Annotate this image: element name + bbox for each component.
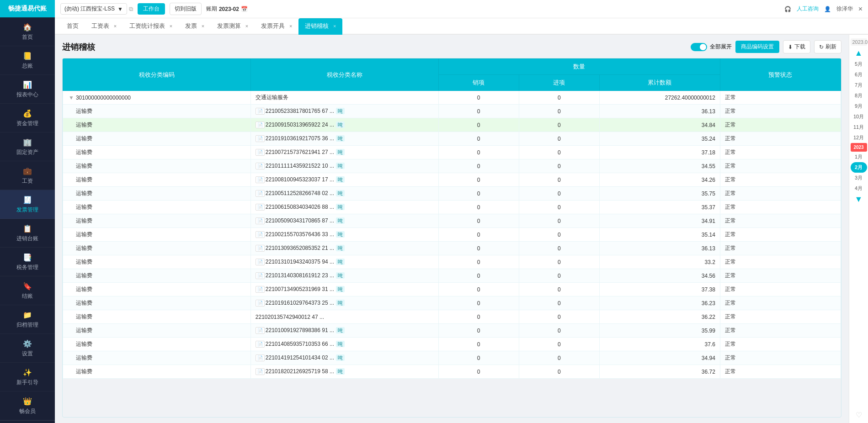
sidebar-item-member[interactable]: 👑 畅会员 bbox=[0, 391, 55, 420]
item-invoice: 📄221009150313965922 24 ...吨 bbox=[250, 118, 438, 132]
unit-badge: 吨 bbox=[336, 354, 345, 361]
month-item[interactable]: 12月 bbox=[851, 132, 867, 143]
table-row[interactable]: 运输费 📄221019161029764373 25 ...吨 0 0 36.2… bbox=[63, 296, 841, 310]
month-item[interactable]: 3月 bbox=[851, 173, 867, 183]
unit-badge: 吨 bbox=[336, 122, 345, 128]
table-row[interactable]: 运输费 📄221005112528266748 02 ...吨 0 0 35.7… bbox=[63, 187, 841, 201]
tab-close-icon[interactable]: × bbox=[202, 23, 204, 29]
sidebar-item-salary[interactable]: 💼 工资 bbox=[0, 161, 55, 190]
month-item[interactable]: 2023 bbox=[851, 143, 867, 152]
month-item[interactable]: 6月 bbox=[851, 69, 867, 80]
sidebar-item-guide[interactable]: ✨ 新手引导 bbox=[0, 363, 55, 391]
tab-salary-stats[interactable]: 工资统计报表 × bbox=[123, 18, 179, 35]
item-invoice: 221020135742940012 47 ... bbox=[250, 310, 438, 324]
sidebar-item-funds[interactable]: 💰 资金管理 bbox=[0, 104, 55, 132]
download-icon: ⬇ bbox=[788, 44, 793, 50]
tab-invoice-open[interactable]: 发票开具 × bbox=[255, 18, 298, 35]
sidebar-item-invoice[interactable]: 🧾 发票管理 bbox=[0, 190, 55, 219]
table-row[interactable]: 运输费 📄221014191254101434 02 ...吨 0 0 34.9… bbox=[63, 351, 841, 365]
copy-icon: ⧉ bbox=[129, 5, 133, 13]
table-row[interactable]: 运输费 📄221009150313965922 24 ...吨 0 0 34.8… bbox=[63, 118, 841, 132]
content-main: 进销稽核 全部展开 商品编码设置 ⬇ 下载 ↻ 刷新 bbox=[55, 35, 849, 423]
tab-home[interactable]: 首页 bbox=[60, 18, 85, 35]
tab-invoice[interactable]: 发票 × bbox=[179, 18, 211, 35]
table-row[interactable]: 运输费 📄221006150834034026 88 ...吨 0 0 35.3… bbox=[63, 201, 841, 214]
item-cumulative: 37.18 bbox=[599, 146, 720, 159]
month-item[interactable]: 5月 bbox=[851, 59, 867, 69]
item-status: 正常 bbox=[720, 132, 841, 146]
table-row[interactable]: 运输费 📄221007215737621941 27 ...吨 0 0 37.1… bbox=[63, 146, 841, 159]
table-row[interactable]: 运输费 📄221010091927898386 91 ...吨 0 0 35.9… bbox=[63, 324, 841, 338]
table-row[interactable]: 运输费 📄221002155703576436 33 ...吨 0 0 35.1… bbox=[63, 228, 841, 242]
tab-salary-table[interactable]: 工资表 × bbox=[85, 18, 123, 35]
refresh-button[interactable]: ↻ 刷新 bbox=[814, 40, 841, 53]
table-row[interactable]: 运输费 📄221014085935710353 66 ...吨 0 0 37.6… bbox=[63, 338, 841, 351]
sidebar-item-sales-desk[interactable]: 📋 进销台账 bbox=[0, 219, 55, 248]
sidebar-item-archive[interactable]: 📁 归档管理 bbox=[0, 305, 55, 334]
table-row[interactable]: 运输费 221020135742940012 47 ... 0 0 36.22 … bbox=[63, 310, 841, 324]
tab-close-icon[interactable]: × bbox=[333, 23, 336, 29]
table-row[interactable]: 运输费 📄221019103619217075 36 ...吨 0 0 35.2… bbox=[63, 132, 841, 146]
heart-icon[interactable]: ♡ bbox=[856, 411, 862, 419]
tab-close-icon[interactable]: × bbox=[245, 23, 248, 29]
item-cumulative: 36.13 bbox=[599, 105, 720, 118]
table-row[interactable]: 运输费 📄221008100945323037 17 ...吨 0 0 34.2… bbox=[63, 173, 841, 187]
item-status: 正常 bbox=[720, 214, 841, 228]
month-item[interactable]: 10月 bbox=[851, 111, 867, 122]
table-row[interactable]: 运输费 📄221007134905231969 31 ...吨 0 0 37.3… bbox=[63, 283, 841, 296]
unpin-button[interactable]: 取消固定 bbox=[0, 420, 55, 423]
month-item[interactable]: 9月 bbox=[851, 101, 867, 111]
workspace-button[interactable]: 工作台 bbox=[138, 3, 165, 15]
tab-close-icon[interactable]: × bbox=[170, 23, 172, 29]
item-purchase: 0 bbox=[519, 310, 599, 324]
tab-sales-check[interactable]: 进销稽核 × bbox=[298, 18, 342, 35]
table-row[interactable]: 运输费 📄221005233817801765 67 ...吨 0 0 36.1… bbox=[63, 105, 841, 118]
tab-close-icon[interactable]: × bbox=[114, 23, 117, 29]
table-row[interactable]: 运输费 📄221013101943240375 94 ...吨 0 0 33.2… bbox=[63, 255, 841, 269]
table-row[interactable]: 运输费 📄221013140308161912 23 ...吨 0 0 34.5… bbox=[63, 269, 841, 283]
main-area: (勿动) 江西报宝-LSS ▼ ⧉ 工作台 切到旧版 账期 2023-02 📅 … bbox=[55, 0, 868, 423]
sidebar-item-ledger[interactable]: 📒 总账 bbox=[0, 46, 55, 75]
sidebar-item-assets[interactable]: 🏢 固定资产 bbox=[0, 132, 55, 161]
month-item[interactable]: 1月 bbox=[851, 152, 867, 162]
assets-icon: 🏢 bbox=[23, 138, 32, 147]
tab-invoice-calc[interactable]: 发票测算 × bbox=[211, 18, 255, 35]
company-selector[interactable]: (勿动) 江西报宝-LSS ▼ bbox=[60, 3, 127, 15]
download-button[interactable]: ⬇ 下载 bbox=[783, 40, 810, 53]
table-row[interactable]: 运输费 📄221005090343170865 87 ...吨 0 0 34.9… bbox=[63, 214, 841, 228]
item-sales: 0 bbox=[438, 201, 519, 214]
month-item[interactable]: 4月 bbox=[851, 183, 867, 194]
month-down-arrow[interactable]: ▼ bbox=[855, 195, 863, 204]
support-label[interactable]: 人工咨询 bbox=[797, 5, 819, 13]
sidebar-item-reports[interactable]: 📊 报表中心 bbox=[0, 75, 55, 104]
item-cumulative: 33.2 bbox=[599, 255, 720, 269]
month-up-arrow[interactable]: ▲ bbox=[855, 48, 863, 58]
table-row[interactable]: ▼301000000000000000 交通运输服务 0 0 27262.400… bbox=[63, 91, 841, 105]
month-item[interactable]: 7月 bbox=[851, 80, 867, 90]
file-icon: 📄 bbox=[256, 231, 265, 238]
item-invoice: 📄221007134905231969 31 ...吨 bbox=[250, 283, 438, 296]
table-row[interactable]: 运输费 📄221018202126925719 58 ...吨 0 0 36.7… bbox=[63, 365, 841, 379]
month-item[interactable]: 8月 bbox=[851, 90, 867, 101]
sidebar-item-home[interactable]: 🏠 首页 bbox=[0, 17, 55, 46]
item-sales: 0 bbox=[438, 214, 519, 228]
calendar-icon[interactable]: 📅 bbox=[241, 6, 248, 12]
collapse-icon[interactable]: ▼ bbox=[69, 95, 74, 101]
sidebar-item-settle[interactable]: 🔖 结账 bbox=[0, 276, 55, 305]
tab-close-icon[interactable]: × bbox=[289, 23, 292, 29]
switch-version-button[interactable]: 切到旧版 bbox=[170, 3, 202, 15]
month-item[interactable]: 2月 bbox=[851, 162, 867, 173]
item-label: 运输费 bbox=[63, 310, 251, 324]
expand-toggle[interactable] bbox=[691, 43, 707, 51]
table-row[interactable]: 运输费 📄221013093652085352 21 ...吨 0 0 36.1… bbox=[63, 242, 841, 255]
sidebar-item-label: 资金管理 bbox=[16, 120, 38, 127]
sidebar-item-tax[interactable]: 📑 税务管理 bbox=[0, 248, 55, 276]
table-row[interactable]: 运输费 📄221011111435921522 10 ...吨 0 0 34.5… bbox=[63, 159, 841, 173]
unit-badge: 吨 bbox=[336, 286, 345, 292]
sidebar-item-settings[interactable]: ⚙️ 设置 bbox=[0, 334, 55, 363]
close-icon[interactable]: × bbox=[858, 5, 863, 13]
item-status: 正常 bbox=[720, 351, 841, 365]
product-code-settings-button[interactable]: 商品编码设置 bbox=[735, 41, 779, 53]
month-item[interactable]: 11月 bbox=[851, 122, 867, 132]
item-invoice: 📄221014191254101434 02 ...吨 bbox=[250, 351, 438, 365]
